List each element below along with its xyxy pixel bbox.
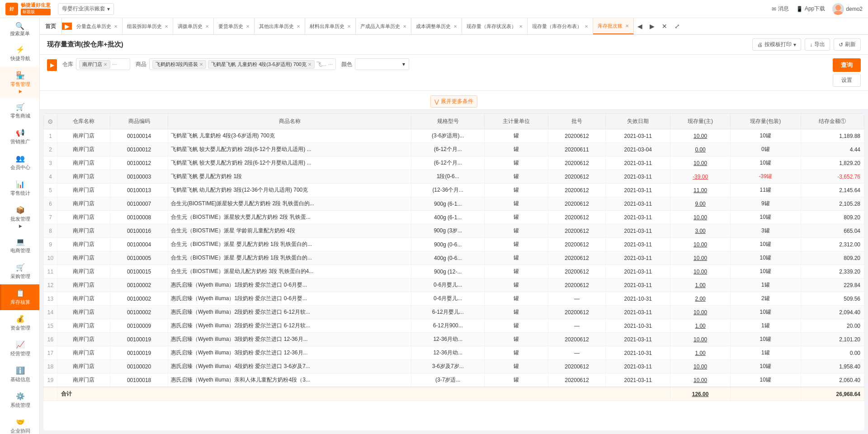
filter-nav-arrow[interactable]: ▶ — [47, 59, 57, 71]
row-qty-main[interactable]: 10.00 — [670, 129, 731, 143]
tab-close-icon[interactable]: ✕ — [519, 24, 523, 29]
tab-stock-dist[interactable]: 现存量（库存分布表） ✕ — [528, 18, 593, 34]
row-qty-main[interactable]: -39.00 — [670, 170, 731, 184]
sidebar-item-collab[interactable]: 🤝 企业协同 — [0, 413, 39, 434]
row-qty-main[interactable]: 2.00 — [670, 292, 731, 306]
tab-stock-status[interactable]: 现存量（库存状况表） ✕ — [462, 18, 528, 34]
tab-other-out[interactable]: 其他出库单历史 ✕ — [255, 18, 305, 34]
app-download-btn[interactable]: 📱 App下载 — [796, 5, 825, 13]
print-chevron-icon: ▾ — [793, 42, 796, 48]
row-unit: 罐 — [485, 197, 548, 211]
sidebar-search[interactable]: 🔍 搜索菜单 — [0, 18, 39, 41]
row-qty-main[interactable]: 11.00 — [670, 184, 731, 197]
sidebar-item-basic[interactable]: ℹ️ 基础信息 — [0, 362, 39, 387]
row-qty-main[interactable]: 10.00 — [670, 156, 731, 170]
sidebar-item-retail[interactable]: 🏪 零售管理 ▶ — [0, 66, 39, 98]
tab-batch-account[interactable]: 库存批次账 ✕ — [593, 18, 634, 34]
tab-close-icon[interactable]: ✕ — [165, 24, 168, 29]
row-qty-pack: 10罐 — [730, 251, 801, 265]
expand-bar: ⋁ 展开更多条件 — [40, 91, 868, 110]
row-qty-main[interactable]: 10.00 — [670, 211, 731, 224]
nav-arrow-icon: ▶ — [50, 62, 54, 68]
tab-close-icon[interactable]: ✕ — [114, 24, 118, 29]
row-qty-main[interactable]: 10.00 — [670, 238, 731, 251]
tab-close-icon[interactable]: ✕ — [585, 24, 588, 29]
tab-close-all-btn[interactable]: ✕ — [658, 18, 671, 34]
tab-material-out[interactable]: 材料出库单历史 ✕ — [305, 18, 356, 34]
tab-next-btn[interactable]: ▶ — [646, 18, 658, 34]
expand-btn[interactable]: ⋁ 展开更多条件 — [430, 95, 477, 108]
tab-close-icon[interactable]: ✕ — [297, 24, 300, 29]
sidebar-item-quick-nav[interactable]: ⚡ 快捷导航 — [0, 41, 39, 66]
user-area[interactable]: demo2 — [832, 3, 863, 15]
row-qty-main[interactable]: 9.00 — [670, 197, 731, 211]
query-btn[interactable]: 查询 — [833, 58, 861, 72]
message-icon: ✉ — [772, 6, 776, 12]
product-tag-2-close-icon[interactable]: ✕ — [308, 62, 311, 67]
row-qty-main[interactable]: 10.00 — [670, 360, 731, 373]
row-qty-main[interactable]: 10.00 — [670, 306, 731, 319]
row-amount: -3,652.76 — [801, 170, 864, 184]
tab-close-icon[interactable]: ✕ — [625, 24, 629, 28]
tab-label: 现存量（库存分布表） — [532, 23, 582, 30]
tabs-expand-btn[interactable]: ▶ — [62, 23, 72, 30]
row-qty-pack: 10罐 — [730, 238, 801, 251]
row-qty-main[interactable]: 10.00 — [670, 265, 731, 278]
setting-btn[interactable]: 设置 — [833, 74, 861, 87]
tab-close-icon[interactable]: ✕ — [403, 24, 406, 29]
sidebar-ecommerce-label: 电商管理 — [10, 247, 30, 254]
col-settings-icon[interactable]: ⚙ — [47, 118, 53, 125]
tab-prev-btn[interactable]: ◀ — [634, 18, 646, 34]
tab-requisition[interactable]: 要货单历史 ✕ — [214, 18, 255, 34]
sidebar-item-marketing[interactable]: 📢 营销推广 — [0, 124, 39, 150]
tab-product-in[interactable]: 产成品入库单历史 ✕ — [356, 18, 411, 34]
color-dropdown[interactable]: ▾ — [355, 58, 409, 70]
row-unit: 罐 — [485, 211, 548, 224]
print-btn[interactable]: 🖨 按模板打印 ▾ — [752, 38, 801, 51]
row-qty-main[interactable]: 0.00 — [670, 143, 731, 156]
tab-close-icon[interactable]: ✕ — [347, 24, 351, 29]
warehouse-tag-close-icon[interactable]: ✕ — [104, 62, 107, 67]
industry-label: 母婴行业演示账套 — [62, 5, 105, 13]
row-qty-main[interactable]: 10.00 — [670, 251, 731, 265]
col-spec: 规格型号 — [411, 114, 485, 129]
tab-cost-adjust[interactable]: 成本调整单历史 ✕ — [411, 18, 462, 34]
sidebar-item-ops[interactable]: 📈 经营管理 — [0, 336, 39, 362]
row-qty-main[interactable]: 10.00 — [670, 333, 731, 346]
row-qty-main[interactable]: 1.00 — [670, 319, 731, 333]
row-qty-main[interactable]: 1.00 — [670, 346, 731, 360]
sidebar-item-purchase[interactable]: 🛒 采购管理 — [0, 259, 39, 284]
sidebar-item-member[interactable]: 👥 会员中心 — [0, 150, 39, 175]
row-qty-main[interactable]: 1.00 — [670, 278, 731, 292]
tab-close-icon[interactable]: ✕ — [453, 24, 457, 29]
product-filter-input[interactable]: 飞鹤奶粉3段丙搭装 ✕ 飞鹤星飞帆 儿童奶粉 4段(3-6岁适用) 700克 ✕… — [149, 58, 336, 70]
sidebar-item-inventory[interactable]: 📋 库存核算 — [0, 284, 39, 310]
tab-home[interactable]: 首页 — [40, 18, 62, 34]
row-batch: 20200612 — [548, 238, 606, 251]
retail-icon: 🏪 — [16, 71, 25, 80]
tab-assembly[interactable]: 组装拆卸单历史 ✕ — [123, 18, 173, 34]
sidebar-item-ecommerce[interactable]: 💻 电商管理 — [0, 233, 39, 259]
sidebar-item-shop[interactable]: 🛒 零售商城 — [0, 98, 39, 124]
row-qty-main[interactable]: 10.00 — [670, 373, 731, 387]
sidebar-item-retail-stats[interactable]: 📊 零售统计 — [0, 175, 39, 201]
product-tag-1-close-icon[interactable]: ✕ — [199, 62, 203, 67]
tab-close-icon[interactable]: ✕ — [205, 24, 209, 29]
row-warehouse: 南岸门店 — [57, 129, 110, 143]
tab-transfer[interactable]: 调拨单历史 ✕ — [173, 18, 214, 34]
tab-inventory-split[interactable]: 分量盘点单历史 ✕ — [72, 18, 123, 34]
refresh-btn[interactable]: ↺ 刷新 — [834, 38, 861, 51]
row-batch: — — [548, 292, 606, 306]
industry-select[interactable]: 母婴行业演示账套 ▾ — [58, 3, 114, 15]
row-qty-main[interactable]: 3.00 — [670, 224, 731, 238]
inventory-icon: 📋 — [16, 289, 25, 297]
tab-maximize-btn[interactable]: ⤢ — [671, 18, 684, 34]
tab-close-icon[interactable]: ✕ — [246, 24, 250, 29]
sidebar-item-system[interactable]: ⚙️ 系统管理 — [0, 387, 39, 413]
warehouse-filter-input[interactable]: 南岸门店 ✕ ··· — [76, 58, 130, 70]
export-btn[interactable]: ↓ 导出 — [805, 38, 830, 51]
message-btn[interactable]: ✉ 消息 — [772, 5, 789, 13]
sidebar-finance-label: 资金管理 — [10, 325, 30, 331]
sidebar-item-finance[interactable]: 💰 资金管理 — [0, 310, 39, 336]
sidebar-item-wholesale[interactable]: 📦 批发管理 ▶ — [0, 201, 39, 233]
